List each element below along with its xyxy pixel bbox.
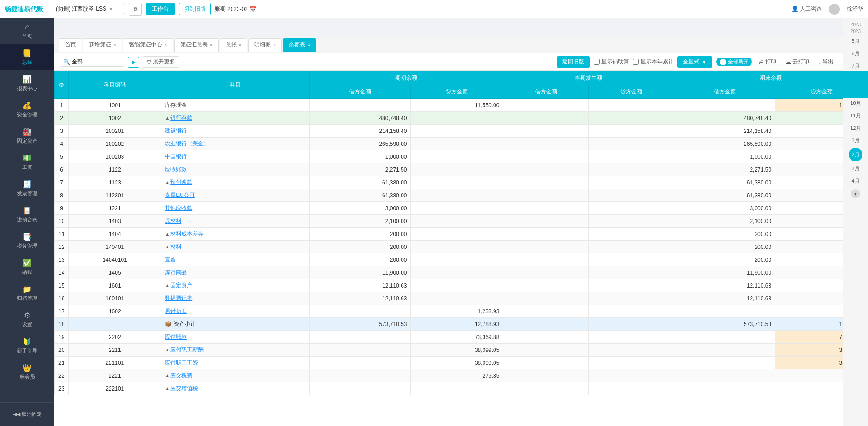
sidebar-item-member[interactable]: 👑 畅会员 xyxy=(0,359,54,385)
rp-month-2-active[interactable]: 2月 xyxy=(849,148,862,161)
subject-link[interactable]: 中国银行 xyxy=(165,153,187,160)
close-icon[interactable]: × xyxy=(164,42,167,47)
company-selector[interactable]: (勿删) 江西股圣-LSS ▼ xyxy=(52,4,125,14)
expand-icon[interactable]: ▲ xyxy=(165,115,169,121)
expand-more-button[interactable]: ▽ 展开更多 xyxy=(143,56,179,68)
row-name[interactable]: ▲银行存款 xyxy=(161,112,309,125)
rp-month-10[interactable]: 10月 xyxy=(845,98,866,109)
sidebar-item-reports[interactable]: 📊 报表中心 xyxy=(0,70,54,97)
sidebar-item-archive[interactable]: 📁 归档管理 xyxy=(0,280,54,306)
sidebar-item-invoice[interactable]: 🧾 发票管理 xyxy=(0,175,54,201)
row-name[interactable]: 原材料 xyxy=(161,215,309,228)
show-aux-checkbox[interactable]: 显示辅助算 xyxy=(594,58,629,66)
expand-icon[interactable]: ▲ xyxy=(165,231,169,236)
subject-link[interactable]: 壹蛋 xyxy=(165,256,176,263)
expand-icon[interactable]: ▲ xyxy=(165,180,169,185)
calendar-icon[interactable]: 📅 xyxy=(250,6,256,12)
subject-link[interactable]: 应付职工薪酬 xyxy=(170,346,204,353)
switch-version-button[interactable]: 切到旧版 xyxy=(179,3,211,15)
rp-month-3[interactable]: 3月 xyxy=(845,163,866,174)
subject-link[interactable]: 固定资产 xyxy=(170,282,192,288)
search-input[interactable] xyxy=(72,59,118,65)
tab-add-voucher[interactable]: 新增凭证 × xyxy=(83,38,122,52)
expand-icon[interactable]: ▲ xyxy=(165,347,169,352)
row-name[interactable]: ▲应付职工薪酬 xyxy=(161,344,309,357)
row-name[interactable]: 库存商品 xyxy=(161,266,309,279)
subject-link[interactable]: 应付职工工资 xyxy=(165,359,198,366)
expand-icon[interactable]: ▲ xyxy=(165,244,169,249)
row-name[interactable]: ▲应交税费 xyxy=(161,369,309,382)
sidebar-item-tax[interactable]: 📑 税务管理 xyxy=(0,228,54,254)
subject-link[interactable]: 材料 xyxy=(170,243,181,250)
row-name[interactable]: ▲预付账款 xyxy=(161,176,309,189)
rp-month-12[interactable]: 12月 xyxy=(845,123,866,133)
subject-link[interactable]: 数提票记本 xyxy=(165,295,192,301)
close-icon[interactable]: × xyxy=(273,42,276,47)
subject-link[interactable]: 应交增值税 xyxy=(170,385,198,391)
full-mode-button[interactable]: 全显式 ▼ xyxy=(677,56,712,68)
search-confirm-button[interactable]: ▶ xyxy=(128,57,139,68)
sidebar-item-settle[interactable]: ✅ 结账 xyxy=(0,254,54,280)
subject-link[interactable]: 材料成本差异 xyxy=(170,230,204,237)
workbench-button[interactable]: 工作台 xyxy=(146,3,175,15)
row-name[interactable]: ▲固定资产 xyxy=(161,279,309,292)
show-ytd-checkbox[interactable]: 显示本年累计 xyxy=(633,58,674,66)
sidebar-item-salary[interactable]: 💵 工资 xyxy=(0,149,54,175)
subject-link[interactable]: 其他应收款 xyxy=(165,205,192,211)
close-icon[interactable]: × xyxy=(113,42,116,47)
unpin-button[interactable]: ◀◀ 取消固定 xyxy=(0,406,54,422)
subject-link[interactable]: 累计折旧 xyxy=(165,308,187,314)
rp-scroll-down[interactable]: ▼ xyxy=(851,189,860,198)
row-name[interactable]: 其他应收款 xyxy=(161,202,309,215)
row-name[interactable]: ▲材料 xyxy=(161,241,309,253)
subject-link[interactable]: 建设银行 xyxy=(165,127,187,134)
row-name[interactable]: 嘉属EU公司 xyxy=(161,189,309,202)
rp-month-11[interactable]: 11月 xyxy=(845,110,866,121)
row-name[interactable]: 壹蛋 xyxy=(161,253,309,266)
subject-link[interactable]: 农业银行（美金） xyxy=(165,140,209,147)
row-name[interactable]: 农业银行（美金） xyxy=(161,138,309,150)
subject-link[interactable]: 应收账款 xyxy=(165,166,187,173)
row-name[interactable]: 应付账款 xyxy=(161,331,309,344)
rp-month-6[interactable]: 6月 xyxy=(845,48,866,59)
close-icon[interactable]: × xyxy=(308,42,310,47)
tab-smart-center[interactable]: 智能凭证中心 × xyxy=(123,38,173,52)
tab-general-ledger[interactable]: 总账 × xyxy=(220,38,248,52)
rp-month-7[interactable]: 7月 xyxy=(845,61,866,71)
subject-link[interactable]: 银行存款 xyxy=(170,115,192,121)
row-name[interactable]: 累计折旧 xyxy=(161,305,309,318)
subject-link[interactable]: 应交税费 xyxy=(170,372,192,379)
tab-detail-ledger[interactable]: 明细账 × xyxy=(248,38,282,52)
rp-month-1[interactable]: 1月 xyxy=(845,135,866,146)
subject-link[interactable]: 应付账款 xyxy=(165,334,187,340)
row-name[interactable]: 应收账款 xyxy=(161,163,309,176)
close-icon[interactable]: × xyxy=(239,42,242,47)
subject-link[interactable]: 预付账款 xyxy=(170,179,192,185)
print-button[interactable]: 🖨 打印 xyxy=(756,57,779,67)
return-old-version-button[interactable]: 返回旧版 xyxy=(557,56,590,68)
subject-link[interactable]: 库存商品 xyxy=(165,269,187,276)
row-name[interactable]: 应付职工工资 xyxy=(161,357,309,369)
export-button[interactable]: ↓ 导出 xyxy=(816,57,836,67)
row-name[interactable]: 建设银行 xyxy=(161,125,309,138)
row-name[interactable]: ▲应交增值税 xyxy=(161,382,309,395)
cloud-print-button[interactable]: ☁ 云打印 xyxy=(783,57,812,67)
sidebar-item-sales[interactable]: 📋 进销台账 xyxy=(0,201,54,228)
sidebar-item-home[interactable]: ⌂ 首页 xyxy=(0,18,54,44)
sidebar-item-funds[interactable]: 💰 资金管理 xyxy=(0,97,54,123)
rp-month-4[interactable]: 4月 xyxy=(845,176,866,186)
close-icon[interactable]: × xyxy=(210,42,213,47)
tab-home[interactable]: 首页 xyxy=(59,38,82,52)
tab-balance-sheet[interactable]: 余额表 × xyxy=(283,38,316,52)
sidebar-item-ledger[interactable]: 📒 总账 xyxy=(0,44,54,70)
subject-link[interactable]: 原材料 xyxy=(165,218,181,224)
expand-icon[interactable]: ▲ xyxy=(165,283,169,288)
subject-link[interactable]: 嘉属EU公司 xyxy=(165,192,195,198)
row-name[interactable]: 中国银行 xyxy=(161,150,309,163)
copy-button[interactable]: ⧉ xyxy=(129,3,142,16)
row-name[interactable]: ▲材料成本差异 xyxy=(161,228,309,241)
sidebar-item-settings[interactable]: ⚙ 设置 xyxy=(0,306,54,333)
rp-month-5[interactable]: 5月 xyxy=(845,36,866,46)
expand-all-toggle[interactable]: 全部展开 xyxy=(716,58,752,66)
consult-link[interactable]: 👤 人工咨询 xyxy=(792,5,822,13)
